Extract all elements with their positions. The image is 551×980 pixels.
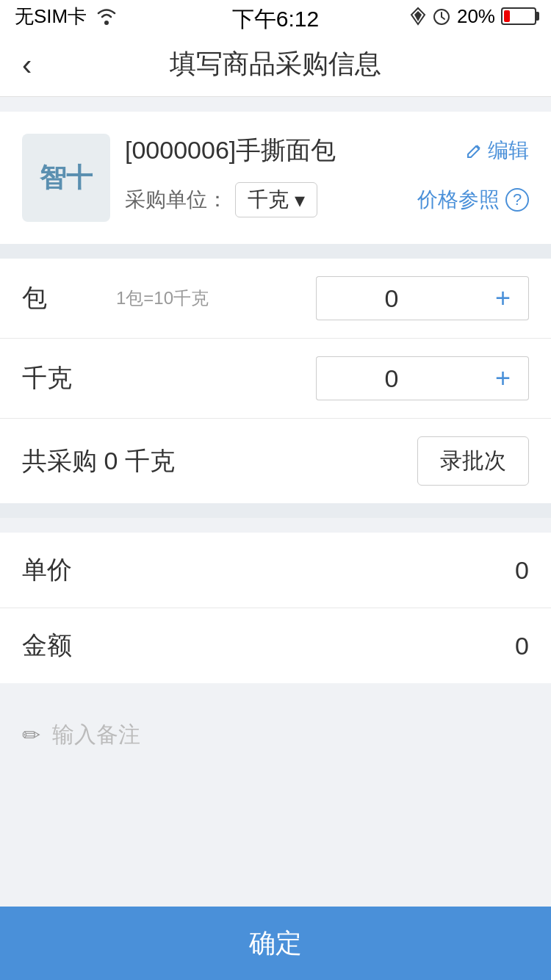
battery-fill [504, 10, 510, 22]
kg-input-row: 千克 + [0, 339, 551, 419]
bag-plus-button[interactable]: + [478, 276, 529, 320]
product-logo: 智十 [40, 160, 93, 196]
bag-input-right: + [316, 276, 529, 320]
bag-label: 包 [22, 281, 110, 315]
unit-price-value: 0 [515, 556, 529, 585]
location-icon [410, 7, 426, 26]
battery-percent: 20% [457, 5, 495, 28]
pencil-icon: ✏ [22, 722, 40, 748]
summary-text: 共采购 0 千克 [22, 444, 175, 478]
confirm-label: 确定 [249, 926, 302, 962]
back-button[interactable]: ‹ [22, 50, 32, 79]
carrier-text: 无SIM卡 [15, 4, 87, 29]
notes-section[interactable]: ✏ 输入备注 [0, 698, 551, 772]
kg-plus-button[interactable]: + [478, 356, 529, 400]
price-section: 单价 0 金额 0 [0, 533, 551, 683]
kg-input-right: + [316, 356, 529, 400]
svg-point-0 [104, 21, 109, 25]
nav-bar: ‹ 填写商品采购信息 [0, 32, 551, 97]
edit-label: 编辑 [488, 137, 529, 165]
edit-icon [466, 142, 483, 159]
summary-row: 共采购 0 千克 录批次 [0, 419, 551, 503]
status-right: 20% [410, 5, 536, 28]
unit-row: 采购单位： 千克 ▾ 价格参照 ? [125, 182, 529, 217]
kg-label: 千克 [22, 361, 110, 395]
unit-select[interactable]: 千克 ▾ [235, 182, 317, 217]
status-bar: 无SIM卡 下午6:12 20% [0, 0, 551, 32]
product-card: 智十 [0000006]手撕面包 编辑 采购单位： 千克 ▾ 价格参照 [0, 112, 551, 244]
section-divider-2 [0, 503, 551, 518]
wifi-icon [94, 7, 119, 26]
confirm-button[interactable]: 确定 [0, 907, 551, 980]
bag-input-row: 包 1包=10千克 + [0, 259, 551, 339]
battery-icon [501, 7, 536, 25]
product-name: [0000006]手撕面包 [125, 134, 336, 167]
amount-label: 金额 [22, 629, 72, 663]
page-title: 填写商品采购信息 [170, 46, 381, 82]
bag-quantity-input[interactable] [316, 276, 478, 320]
amount-value: 0 [515, 632, 529, 660]
unit-price-label: 单价 [22, 553, 72, 587]
product-info: [0000006]手撕面包 编辑 采购单位： 千克 ▾ 价格参照 ? [125, 134, 529, 217]
section-divider-1 [0, 244, 551, 259]
price-ref-label: 价格参照 [417, 186, 500, 214]
status-left: 无SIM卡 [15, 4, 119, 29]
bag-input-section: 包 1包=10千克 + 千克 + [0, 259, 551, 419]
product-name-row: [0000006]手撕面包 编辑 [125, 134, 529, 167]
unit-value: 千克 [248, 186, 289, 214]
product-image: 智十 [22, 134, 110, 222]
bag-sublabel: 1包=10千克 [116, 287, 209, 310]
amount-row: 金额 0 [0, 608, 551, 683]
alarm-icon [432, 7, 451, 26]
unit-price-row: 单价 0 [0, 533, 551, 608]
help-icon: ? [505, 188, 529, 212]
dropdown-arrow: ▾ [295, 188, 305, 212]
unit-label: 采购单位： [125, 186, 228, 214]
svg-line-3 [442, 17, 444, 19]
status-time: 下午6:12 [232, 4, 319, 35]
notes-placeholder: 输入备注 [52, 720, 140, 750]
record-batch-button[interactable]: 录批次 [417, 436, 529, 486]
unit-label-area: 采购单位： 千克 ▾ [125, 182, 317, 217]
kg-quantity-input[interactable] [316, 356, 478, 400]
edit-button[interactable]: 编辑 [466, 137, 529, 165]
price-ref-button[interactable]: 价格参照 ? [417, 186, 529, 214]
